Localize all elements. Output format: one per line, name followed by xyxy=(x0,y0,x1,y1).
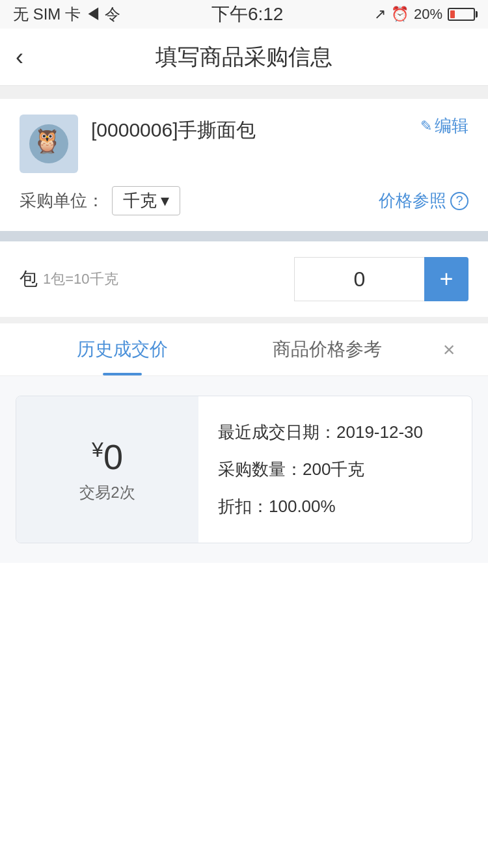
tabs-section: 历史成交价 商品价格参考 × ¥0 交易2次 最近成交日期：2019-12-30 xyxy=(0,323,488,563)
sim-status: 无 SIM 卡 ◀ 令 xyxy=(13,4,120,25)
product-unit-row: 采购单位： 千克 ▾ 价格参照 ? xyxy=(20,186,468,215)
product-name: [0000006]手撕面包 xyxy=(91,117,256,144)
dropdown-arrow-icon: ▾ xyxy=(161,191,169,211)
price-card-right: 最近成交日期：2019-12-30 采购数量：200千克 折扣：100.00% xyxy=(198,396,472,543)
quantity-conversion: 1包=10千克 xyxy=(43,269,118,289)
product-header: [0000006]手撕面包 ✎ 编辑 xyxy=(20,115,468,173)
edit-icon: ✎ xyxy=(420,118,432,135)
section-divider xyxy=(0,231,488,241)
discount-row: 折扣：100.00% xyxy=(218,494,452,519)
tabs-header: 历史成交价 商品价格参考 × xyxy=(0,323,488,376)
price-amount: ¥0 xyxy=(92,437,123,477)
status-left: 无 SIM 卡 ◀ 令 xyxy=(13,4,120,25)
quantity-unit: 包 xyxy=(20,267,38,292)
location-icon: ↗ xyxy=(374,6,386,23)
product-image xyxy=(20,115,78,173)
quantity-label: 包 1包=10千克 xyxy=(20,267,118,292)
tab-content: ¥0 交易2次 最近成交日期：2019-12-30 采购数量：200千克 折扣：… xyxy=(0,376,488,563)
currency-symbol: ¥ xyxy=(92,438,103,461)
status-time: 下午6:12 xyxy=(211,2,284,27)
status-right: ↗ ⏰ 20% xyxy=(374,6,475,23)
help-icon[interactable]: ? xyxy=(450,192,468,210)
battery-bar xyxy=(448,8,475,21)
edit-button[interactable]: ✎ 编辑 xyxy=(420,115,468,137)
quantity-plus-button[interactable]: + xyxy=(424,257,468,301)
main-content xyxy=(0,563,488,868)
battery-fill xyxy=(450,10,455,18)
product-card: [0000006]手撕面包 ✎ 编辑 采购单位： 千克 ▾ 价格参照 ? xyxy=(0,99,488,231)
price-ref-button[interactable]: 价格参照 ? xyxy=(379,189,468,212)
price-card-left: ¥0 交易2次 xyxy=(16,396,198,543)
back-button[interactable]: ‹ xyxy=(16,44,23,71)
page-title: 填写商品采购信息 xyxy=(156,42,332,72)
nav-bar: ‹ 填写商品采购信息 xyxy=(0,29,488,86)
product-info: [0000006]手撕面包 xyxy=(20,115,256,173)
unit-label: 采购单位： xyxy=(20,189,104,212)
tab-close-button[interactable]: × xyxy=(429,330,468,369)
quantity-input[interactable]: 0 xyxy=(294,257,424,301)
quantity-row: 包 1包=10千克 0 + xyxy=(0,241,488,317)
status-bar: 无 SIM 卡 ◀ 令 下午6:12 ↗ ⏰ 20% xyxy=(0,0,488,29)
quantity-control: 0 + xyxy=(294,257,468,301)
price-trades: 交易2次 xyxy=(79,482,135,503)
alarm-icon: ⏰ xyxy=(391,6,409,23)
tab-active-indicator xyxy=(103,373,142,375)
product-icon xyxy=(33,128,65,160)
last-deal-date-row: 最近成交日期：2019-12-30 xyxy=(218,420,452,445)
tab-reference[interactable]: 商品价格参考 xyxy=(224,323,429,375)
tab-history[interactable]: 历史成交价 xyxy=(20,323,224,375)
product-thumbnail xyxy=(29,124,68,163)
price-card: ¥0 交易2次 最近成交日期：2019-12-30 采购数量：200千克 折扣：… xyxy=(16,396,472,543)
unit-left: 采购单位： 千克 ▾ xyxy=(20,186,180,215)
purchase-qty-row: 采购数量：200千克 xyxy=(218,457,452,482)
battery-pct: 20% xyxy=(414,6,442,23)
unit-selector[interactable]: 千克 ▾ xyxy=(112,186,180,215)
